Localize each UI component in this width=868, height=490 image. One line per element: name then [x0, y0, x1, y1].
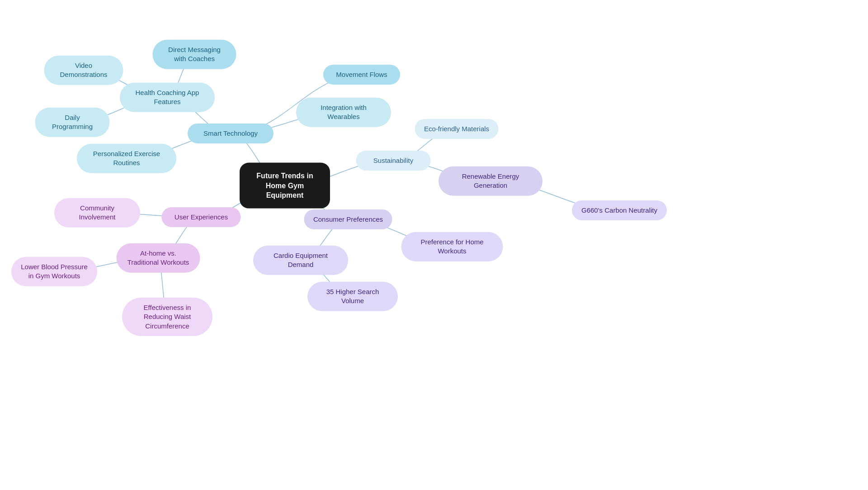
node-renewable[interactable]: Renewable Energy Generation — [439, 167, 542, 196]
node-eco-friendly[interactable]: Eco-friendly Materials — [415, 119, 499, 139]
node-center[interactable]: Future Trends in Home Gym Equipment — [240, 163, 330, 209]
mindmap-container: Future Trends in Home Gym EquipmentSmart… — [0, 0, 868, 490]
node-community[interactable]: Community Involvement — [54, 198, 140, 228]
node-daily-prog[interactable]: Daily Programming — [35, 108, 110, 137]
node-health-coaching[interactable]: Health Coaching App Features — [120, 83, 215, 112]
node-cardio-demand[interactable]: Cardio Equipment Demand — [253, 246, 348, 275]
node-at-home[interactable]: At-home vs. Traditional Workouts — [117, 243, 200, 273]
node-user-exp[interactable]: User Experiences — [162, 207, 241, 227]
node-smart-tech[interactable]: Smart Technology — [188, 124, 274, 143]
node-integration-wear[interactable]: Integration with Wearables — [296, 98, 391, 127]
node-movement-flows[interactable]: Movement Flows — [323, 65, 400, 85]
node-g660[interactable]: G660's Carbon Neutrality — [572, 200, 667, 220]
node-lower-bp[interactable]: Lower Blood Pressure in Gym Workouts — [11, 257, 97, 286]
node-higher-search[interactable]: 35 Higher Search Volume — [307, 282, 398, 311]
node-effectiveness[interactable]: Effectiveness in Reducing Waist Circumfe… — [122, 298, 212, 336]
node-pref-home[interactable]: Preference for Home Workouts — [401, 232, 503, 262]
node-consumer-pref[interactable]: Consumer Preferences — [304, 209, 392, 229]
node-personalized[interactable]: Personalized Exercise Routines — [77, 144, 176, 173]
node-direct-messaging[interactable]: Direct Messaging with Coaches — [153, 40, 236, 69]
node-video-demos[interactable]: Video Demonstrations — [44, 56, 123, 85]
node-sustainability[interactable]: Sustainability — [356, 151, 431, 171]
